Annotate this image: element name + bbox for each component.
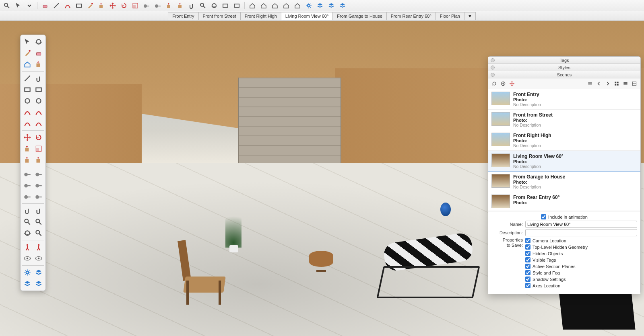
stack-blue-icon[interactable] [33,267,44,278]
line-icon[interactable] [22,73,33,84]
pushpull-icon[interactable] [97,1,106,10]
refresh-icon[interactable] [491,80,498,87]
scene-list-item[interactable]: Front Right HighPhoto:No Description [488,130,640,151]
close-dot-icon[interactable] [491,58,495,62]
layers-icon[interactable] [327,1,336,10]
gear-blue-icon[interactable] [304,1,313,10]
details-icon[interactable] [631,80,638,87]
scene-tab[interactable]: Front Entry [168,12,198,20]
property-checkbox-row[interactable]: Style and Fog [525,270,588,275]
zoom-icon[interactable] [198,1,207,10]
door-icon[interactable] [282,1,291,10]
cursor-icon[interactable] [22,37,33,47]
footsteps-icon[interactable] [33,242,44,252]
property-checkbox-row[interactable]: Hidden Objects [525,251,588,256]
xray-icon[interactable] [33,253,44,264]
close-dot-icon[interactable] [491,73,495,77]
cube-icon[interactable] [221,1,230,10]
stack-fade-icon[interactable] [33,279,44,289]
property-checkbox[interactable] [525,238,530,243]
stack-blue-icon[interactable] [316,1,324,10]
zoom-icon[interactable] [22,217,33,227]
panel-stack[interactable]: Tags Styles Scenes Front EntryPhoto:No D… [488,56,641,294]
move-icon[interactable] [108,1,117,10]
text-label-icon[interactable] [153,1,162,10]
scene-name-input[interactable] [525,221,637,228]
tape-icon[interactable] [22,169,33,179]
pushpull-red-icon[interactable] [33,155,44,165]
dimension-icon[interactable] [22,180,33,191]
add-icon[interactable] [500,80,507,87]
scene-tab[interactable]: Front from Street [198,12,241,20]
2pt-arc-icon[interactable] [22,118,33,129]
freehand-icon[interactable] [33,73,44,84]
property-checkbox[interactable] [525,257,530,262]
orbit-icon[interactable] [210,1,219,10]
pushpull-icon[interactable] [33,59,44,70]
eraser-icon[interactable] [41,1,50,10]
look-icon[interactable] [22,253,33,264]
orbit-target-icon[interactable] [22,228,33,238]
rectangle-icon[interactable] [22,84,33,95]
home-icon[interactable] [248,1,257,10]
property-checkbox[interactable] [525,270,530,275]
scene-tab[interactable]: Living Room View 60° [281,12,333,20]
3pt-arc-icon[interactable] [33,118,44,129]
walk-icon[interactable] [22,242,33,252]
property-checkbox[interactable] [525,251,530,256]
property-checkbox[interactable] [525,244,530,250]
pan-icon[interactable] [22,205,33,216]
followme-icon[interactable] [165,1,173,10]
orbit-icon[interactable] [33,37,44,47]
scale-icon[interactable] [33,143,44,154]
grid-icon[interactable] [613,80,620,87]
arc-icon[interactable] [22,107,33,117]
component-blue-icon[interactable] [22,59,33,70]
rot-rect-icon[interactable] [33,84,44,95]
section-icon[interactable] [232,1,241,10]
paint-icon[interactable] [86,1,95,10]
tool-palette[interactable] [20,35,46,291]
gear-blue-icon[interactable] [22,267,33,278]
label3d-icon[interactable] [33,191,44,202]
scene-list-item[interactable]: Front EntryPhoto:No Description [488,89,640,110]
paintbucket-icon[interactable] [22,48,33,58]
styles-panel-header[interactable]: Styles [488,64,640,71]
property-checkbox-row[interactable]: Active Section Planes [525,264,588,269]
property-checkbox[interactable] [525,264,530,269]
rotate-icon[interactable] [120,1,128,10]
scene-description-input[interactable] [525,229,637,236]
arc-icon[interactable] [63,1,72,10]
hand-icon[interactable] [187,1,196,10]
menu-icon[interactable] [586,80,594,87]
scene-tabs-dropdown[interactable]: ▼ [464,12,476,20]
rectangle-icon[interactable] [74,1,83,10]
move-icon[interactable] [22,132,33,143]
property-checkbox[interactable] [525,283,530,288]
cursor-icon[interactable] [14,1,23,10]
component-icon[interactable] [259,1,268,10]
zoom-extents-icon[interactable] [2,1,11,10]
arrow-left-icon[interactable] [595,80,603,87]
tags-panel-header[interactable]: Tags [488,57,640,64]
followme-red-icon[interactable] [22,143,33,154]
scene-tab[interactable]: From Garage to House [332,12,387,20]
property-checkbox[interactable] [525,277,530,282]
list-icon[interactable] [622,80,629,87]
scene-list-item[interactable]: From Garage to HousePhoto:No Description [488,172,640,192]
scenes-panel-header[interactable]: Scenes [488,71,640,78]
scene-list-item[interactable]: From Rear Entry 60°Photo: [488,192,640,211]
eraser-icon[interactable] [33,48,44,58]
scene-list-item[interactable]: Living Room View 60°Photo:No Description [488,151,640,172]
property-checkbox-row[interactable]: Axes Location [525,283,588,288]
remove-icon[interactable] [508,80,516,87]
property-checkbox-row[interactable]: Visible Tags [525,257,588,262]
hand-icon[interactable] [33,205,44,216]
property-checkbox-row[interactable]: Shadow Settings [525,277,588,282]
scene-tab[interactable]: Floor Plan [436,12,464,20]
circle-icon[interactable] [22,96,33,106]
offset-icon[interactable] [22,155,33,165]
zoom-extents-icon[interactable] [33,228,44,238]
chevron-down-icon[interactable] [25,1,34,10]
scene-tab[interactable]: From Rear Entry 60° [386,12,436,20]
